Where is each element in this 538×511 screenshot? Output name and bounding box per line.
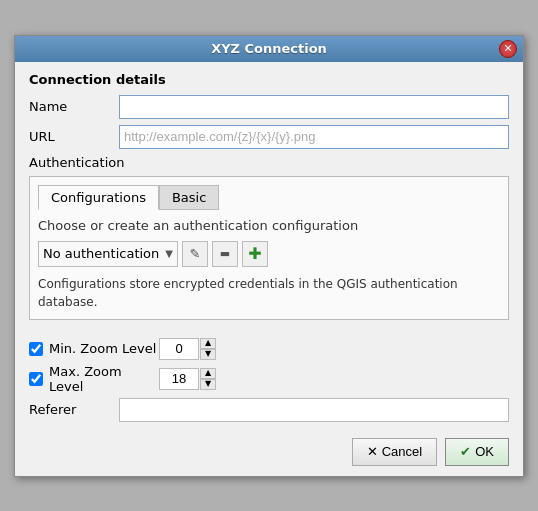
xyz-connection-dialog: XYZ Connection ✕ Connection details Name… (14, 35, 524, 477)
cancel-button[interactable]: ✕ Cancel (352, 438, 437, 466)
auth-select-label: No authentication (43, 246, 161, 261)
referer-input[interactable] (119, 398, 509, 422)
max-zoom-up-button[interactable]: ▲ (200, 368, 216, 379)
name-row: Name (29, 95, 509, 119)
max-zoom-down-button[interactable]: ▼ (200, 379, 216, 390)
url-label: URL (29, 129, 119, 144)
auth-edit-button[interactable]: ✎ (182, 241, 208, 267)
cancel-label: Cancel (382, 444, 422, 459)
name-label: Name (29, 99, 119, 114)
remove-icon: ▬ (220, 247, 230, 260)
authentication-box: Configurations Basic Choose or create an… (29, 176, 509, 320)
zoom-section: Min. Zoom Level ▲ ▼ Max. Zoom Level ▲ ▼ … (15, 338, 523, 422)
tab-basic[interactable]: Basic (159, 185, 219, 210)
auth-select-dropdown[interactable]: No authentication ▼ (38, 241, 178, 267)
min-zoom-spinner: ▲ ▼ (200, 338, 216, 360)
close-button[interactable]: ✕ (499, 40, 517, 58)
window-title: XYZ Connection (39, 41, 499, 56)
max-zoom-checkbox[interactable] (29, 372, 43, 386)
ok-button[interactable]: ✔ OK (445, 438, 509, 466)
auth-choose-text: Choose or create an authentication confi… (38, 218, 500, 233)
auth-add-button[interactable]: ✚ (242, 241, 268, 267)
min-zoom-down-button[interactable]: ▼ (200, 349, 216, 360)
min-zoom-row: Min. Zoom Level ▲ ▼ (29, 338, 509, 360)
edit-icon: ✎ (190, 246, 201, 261)
connection-details-title: Connection details (29, 72, 509, 87)
authentication-label: Authentication (29, 155, 509, 170)
auth-description: Configurations store encrypted credentia… (38, 275, 500, 311)
ok-icon: ✔ (460, 444, 471, 459)
dialog-content: Connection details Name URL Authenticati… (15, 62, 523, 338)
max-zoom-row: Max. Zoom Level ▲ ▼ (29, 364, 509, 394)
url-row: URL (29, 125, 509, 149)
auth-dropdown-arrow-icon: ▼ (165, 248, 173, 259)
max-zoom-spinner: ▲ ▼ (200, 368, 216, 390)
ok-label: OK (475, 444, 494, 459)
max-zoom-input[interactable] (159, 368, 199, 390)
titlebar: XYZ Connection ✕ (15, 36, 523, 62)
button-row: ✕ Cancel ✔ OK (15, 432, 523, 476)
cancel-icon: ✕ (367, 444, 378, 459)
auth-controls-row: No authentication ▼ ✎ ▬ ✚ (38, 241, 500, 267)
auth-tabs: Configurations Basic (38, 185, 500, 210)
min-zoom-input[interactable] (159, 338, 199, 360)
url-input[interactable] (119, 125, 509, 149)
min-zoom-up-button[interactable]: ▲ (200, 338, 216, 349)
min-zoom-checkbox[interactable] (29, 342, 43, 356)
referer-row: Referer (29, 398, 509, 422)
name-input[interactable] (119, 95, 509, 119)
referer-label: Referer (29, 402, 119, 417)
min-zoom-label: Min. Zoom Level (49, 341, 159, 356)
add-icon: ✚ (248, 244, 261, 263)
max-zoom-label: Max. Zoom Level (49, 364, 159, 394)
tab-configurations[interactable]: Configurations (38, 185, 159, 210)
auth-remove-button[interactable]: ▬ (212, 241, 238, 267)
